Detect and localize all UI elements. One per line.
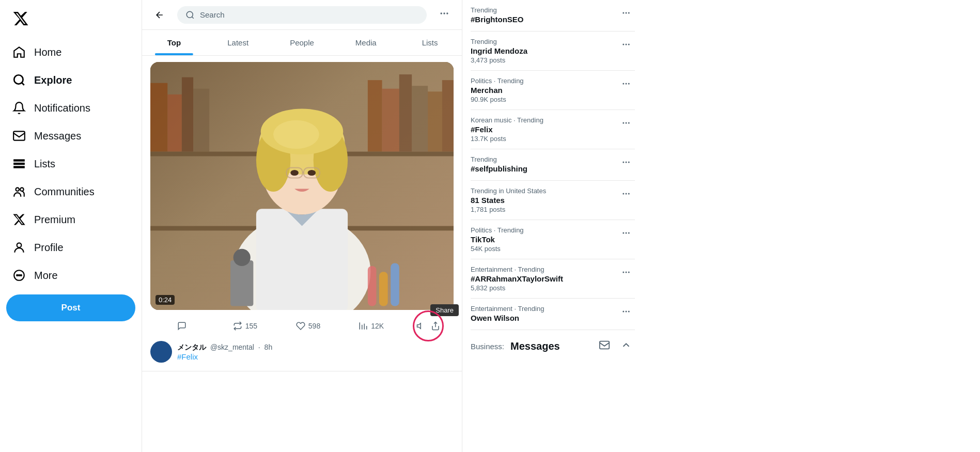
views-action[interactable]: 12K <box>340 317 403 335</box>
svg-rect-19 <box>150 83 167 152</box>
sidebar-item-messages-label: Messages <box>34 130 81 142</box>
tab-top[interactable]: Top <box>142 30 206 55</box>
sidebar-item-more-label: More <box>34 270 58 282</box>
svg-point-77 <box>623 272 624 273</box>
avatar[interactable] <box>150 341 172 363</box>
sidebar-item-messages[interactable]: Messages <box>6 123 135 149</box>
svg-rect-26 <box>412 86 428 151</box>
home-icon <box>12 45 26 59</box>
trending-more-button[interactable] <box>617 77 635 93</box>
collapse-icon[interactable] <box>617 336 635 356</box>
sidebar-item-notifications[interactable]: Notifications <box>6 95 135 121</box>
svg-point-11 <box>21 275 22 276</box>
svg-point-78 <box>626 272 627 273</box>
sidebar-item-explore[interactable]: Explore <box>6 67 135 93</box>
trending-category: Trending <box>471 38 617 45</box>
sidebar-item-profile[interactable]: Profile <box>6 235 135 260</box>
trending-name[interactable]: #BrightonSEO <box>471 15 617 24</box>
trending-item: Politics · Trending TikTok 54K posts <box>471 220 635 259</box>
messages-icon[interactable] <box>596 336 613 356</box>
trending-name[interactable]: #selfpublishing <box>471 164 617 173</box>
svg-rect-47 <box>368 266 377 306</box>
svg-rect-83 <box>600 341 609 349</box>
sidebar-item-lists[interactable]: Lists <box>6 151 135 177</box>
trending-more-button[interactable] <box>617 116 635 132</box>
svg-point-59 <box>623 44 624 45</box>
svg-point-56 <box>623 12 624 14</box>
svg-rect-3 <box>14 163 24 164</box>
trending-more-button[interactable] <box>617 187 635 203</box>
share-wrapper: Share <box>403 317 454 335</box>
svg-rect-4 <box>14 166 24 167</box>
trending-name[interactable]: TikTok <box>471 235 617 244</box>
sidebar-item-explore-label: Explore <box>34 74 72 86</box>
trending-posts: 54K posts <box>471 245 617 253</box>
views-icon <box>359 321 368 331</box>
svg-point-65 <box>623 122 624 124</box>
svg-point-69 <box>626 162 627 163</box>
sidebar-item-premium-label: Premium <box>34 214 75 226</box>
trending-more-button[interactable] <box>617 305 635 321</box>
svg-point-61 <box>628 44 630 45</box>
trending-more-button[interactable] <box>617 155 635 172</box>
more-options-button[interactable] <box>435 4 454 25</box>
tweet-card: 0:24 155 <box>142 56 462 371</box>
tab-latest[interactable]: Latest <box>206 30 270 55</box>
sidebar-item-more[interactable]: More <box>6 262 135 288</box>
sidebar-item-premium[interactable]: Premium <box>6 207 135 232</box>
comment-icon <box>177 321 186 331</box>
retweet-icon <box>233 321 242 331</box>
svg-point-12 <box>186 11 193 18</box>
trending-name[interactable]: Merchan <box>471 86 617 95</box>
sidebar-item-home[interactable]: Home <box>6 39 135 65</box>
trending-category: Politics · Trending <box>471 77 617 85</box>
trending-name[interactable]: 81 States <box>471 196 617 205</box>
trending-more-button[interactable] <box>617 266 635 282</box>
trending-item: Trending Ingrid Mendoza 3,473 posts <box>471 32 635 71</box>
trending-item: Korean music · Trending #Felix 13.7K pos… <box>471 110 635 149</box>
trending-more-button[interactable] <box>617 6 635 22</box>
svg-point-68 <box>623 162 624 163</box>
heart-icon <box>296 321 305 331</box>
main-content: Search Top Latest People Media Lists <box>142 0 462 452</box>
search-bar[interactable]: Search <box>177 6 427 24</box>
trending-list: Trending #BrightonSEO Trending Ingrid Me… <box>471 0 635 330</box>
search-icon <box>185 10 195 20</box>
post-button[interactable]: Post <box>6 294 135 321</box>
logo[interactable] <box>6 4 135 35</box>
tweet-image <box>150 62 454 310</box>
trending-item: Politics · Trending Merchan 90.9K posts <box>471 71 635 110</box>
tweet-hashtag[interactable]: #Felix <box>177 352 272 361</box>
tab-media[interactable]: Media <box>334 30 398 55</box>
x-logo-icon <box>12 10 29 27</box>
right-sidebar: Trending #BrightonSEO Trending Ingrid Me… <box>462 0 643 452</box>
trending-name[interactable]: #Felix <box>471 125 617 134</box>
sidebar-item-home-label: Home <box>34 46 61 58</box>
svg-rect-48 <box>379 272 388 306</box>
trending-name[interactable]: Owen Wilson <box>471 314 617 322</box>
trending-name[interactable]: Ingrid Mendoza <box>471 46 617 55</box>
sidebar-item-communities[interactable]: Communities <box>6 179 135 205</box>
retweet-action[interactable]: 155 <box>213 317 276 335</box>
svg-point-57 <box>626 12 627 14</box>
tweet-time: 8h <box>265 343 273 351</box>
share-action[interactable] <box>403 317 454 335</box>
trending-more-button[interactable] <box>617 38 635 54</box>
tab-people[interactable]: People <box>270 30 334 55</box>
trending-category: Trending <box>471 155 617 163</box>
trending-more-button[interactable] <box>617 226 635 242</box>
trending-category: Korean music · Trending <box>471 116 617 124</box>
svg-point-72 <box>626 193 627 195</box>
svg-rect-25 <box>399 74 412 152</box>
back-button[interactable] <box>150 6 169 24</box>
trending-name[interactable]: #ARRahmanXTaylorSwift <box>471 274 617 283</box>
svg-point-67 <box>628 122 630 124</box>
comment-action[interactable] <box>150 317 213 335</box>
tab-lists[interactable]: Lists <box>398 30 462 55</box>
trending-info: Trending #BrightonSEO <box>471 6 617 25</box>
svg-rect-28 <box>442 80 454 151</box>
trending-posts: 90.9K posts <box>471 96 617 103</box>
video-timer: 0:24 <box>155 295 175 305</box>
like-action[interactable]: 598 <box>276 317 339 335</box>
bottom-bar-title[interactable]: Messages <box>510 340 560 352</box>
